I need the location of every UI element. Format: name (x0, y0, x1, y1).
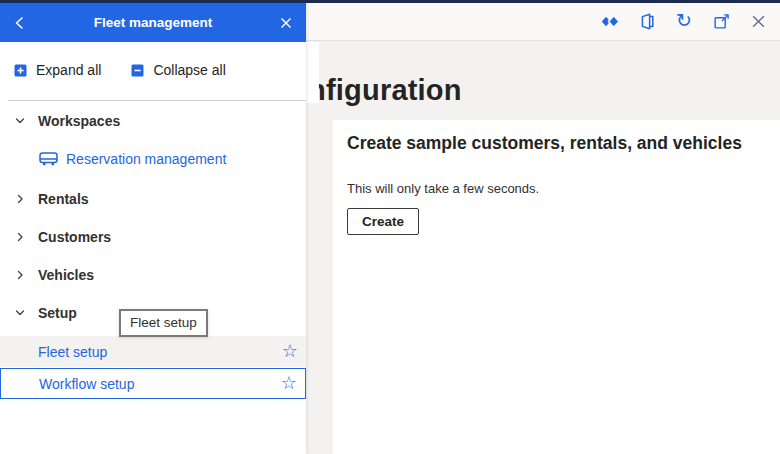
chevron-down-icon (14, 307, 26, 319)
tree-item-label: Workflow setup (39, 376, 134, 392)
panel-close-button[interactable] (268, 3, 304, 42)
create-button[interactable]: Create (347, 208, 419, 235)
tree-group-label: Rentals (38, 191, 89, 207)
tree-group-label: Workspaces (38, 113, 120, 129)
close-icon (279, 16, 293, 30)
expand-all-icon (14, 64, 27, 77)
fleet-setup-tooltip: Fleet setup (119, 309, 208, 337)
card-title: Create sample customers, rentals, and ve… (347, 133, 766, 154)
panel-actions: Expand all Collapse all (14, 62, 226, 78)
tree-group-customers[interactable]: Customers (0, 222, 306, 252)
expand-all-label: Expand all (36, 62, 101, 78)
tree-item-fleet-setup[interactable]: Fleet setup ☆ (0, 336, 306, 367)
close-window-icon[interactable] (748, 12, 768, 32)
card-description: This will only take a few seconds. (347, 181, 766, 196)
nav-rail-remnant (306, 42, 319, 103)
panel-header: Fleet management (0, 3, 306, 42)
open-new-window-icon[interactable] (711, 12, 731, 32)
tree-group-workspaces[interactable]: Workspaces (0, 106, 306, 136)
tree-item-label: Fleet setup (38, 344, 107, 360)
tree-group-label: Customers (38, 229, 111, 245)
tree-item-label: Reservation management (66, 151, 226, 167)
expand-all-button[interactable]: Expand all (14, 62, 101, 78)
office-icon[interactable] (637, 12, 657, 32)
fleet-management-panel: Fleet management Expand all Collapse all (0, 0, 306, 454)
chevron-right-icon (14, 269, 26, 281)
tree-group-label: Vehicles (38, 267, 94, 283)
double-diamond-icon[interactable] (600, 12, 620, 32)
tree-group-rentals[interactable]: Rentals (0, 184, 306, 214)
window-top-strip (0, 0, 780, 3)
collapse-all-icon (131, 64, 144, 77)
chevron-down-icon (14, 115, 26, 127)
chevron-right-icon (14, 231, 26, 243)
back-button[interactable] (2, 3, 38, 42)
refresh-icon[interactable]: ↻ (674, 12, 694, 32)
collapse-all-button[interactable]: Collapse all (131, 62, 225, 78)
sample-data-card: Create sample customers, rentals, and ve… (333, 120, 780, 454)
favorite-star-icon[interactable]: ☆ (282, 342, 298, 360)
tree-item-workflow-setup[interactable]: Workflow setup ☆ (0, 368, 306, 399)
chevron-left-icon (13, 16, 27, 30)
panel-title: Fleet management (94, 15, 213, 30)
car-icon (38, 151, 60, 167)
tree-item-reservation-management[interactable]: Reservation management (0, 144, 306, 174)
tree-group-vehicles[interactable]: Vehicles (0, 260, 306, 290)
tree-group-label: Setup (38, 305, 77, 321)
favorite-star-icon[interactable]: ☆ (281, 374, 297, 392)
panel-divider (8, 100, 306, 101)
collapse-all-label: Collapse all (153, 62, 225, 78)
chevron-right-icon (14, 193, 26, 205)
